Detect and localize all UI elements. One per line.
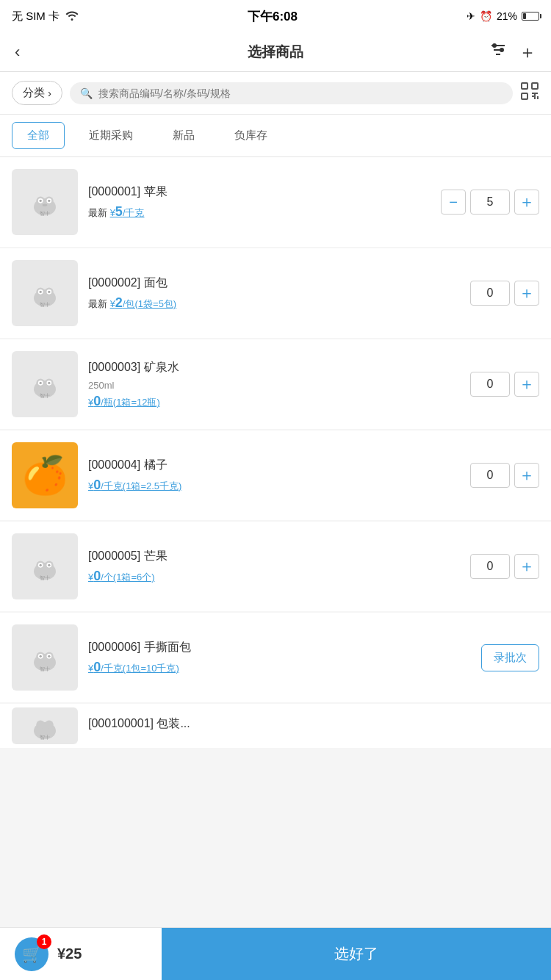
svg-point-54 <box>36 721 45 729</box>
list-item: 🍊 [0000004] 橘子 ¥0/千克(1箱=2.5千克) ＋ <box>0 430 551 520</box>
product-image-0000002: 智十 <box>12 260 78 326</box>
svg-point-51 <box>48 655 50 657</box>
quantity-input-0000005[interactable] <box>470 554 510 579</box>
increase-button-0000001[interactable]: ＋ <box>514 190 539 215</box>
quantity-input-0000004[interactable] <box>470 463 510 488</box>
product-list: 智十 [0000001] 苹果 最新 ¥5/千克 − ＋ <box>0 157 551 748</box>
search-icon: 🔍 <box>80 87 93 99</box>
product-price-0000002: 最新 ¥2/包(1袋=5包) <box>88 295 460 311</box>
status-time: 下午6:08 <box>248 8 298 25</box>
svg-point-50 <box>40 655 42 657</box>
svg-text:智十: 智十 <box>40 735 50 740</box>
svg-point-34 <box>40 382 42 384</box>
product-name-partial: [000100001] 包装... <box>88 716 539 732</box>
increase-button-0000004[interactable]: ＋ <box>514 463 539 488</box>
tab-recent[interactable]: 近期采购 <box>73 122 148 149</box>
alarm-icon: ⏰ <box>480 10 492 22</box>
quantity-input-0000003[interactable] <box>470 372 510 397</box>
list-item: 智十 [000100001] 包装... <box>0 704 551 748</box>
carrier-label: 无 SIM 卡 <box>12 10 60 24</box>
quantity-control-0000002: ＋ <box>470 281 539 306</box>
product-name-0000001: [0000001] 苹果 <box>88 184 431 200</box>
location-icon: ✈ <box>467 10 475 22</box>
product-info-0000005: [0000005] 芒果 ¥0/个(1箱=6个) <box>88 549 460 584</box>
product-image-0000001: 智十 <box>12 169 78 235</box>
page-title: 选择商品 <box>248 43 303 62</box>
list-item: 智十 [0000005] 芒果 ¥0/个(1箱=6个) ＋ <box>0 522 551 611</box>
product-image-0000004: 🍊 <box>12 442 78 508</box>
quantity-control-0000006: 录批次 <box>481 644 539 671</box>
tab-new[interactable]: 新品 <box>157 122 210 149</box>
product-image-0000006: 智十 <box>12 624 78 691</box>
status-right: ✈ ⏰ 21% <box>467 10 539 22</box>
quantity-control-0000004: ＋ <box>470 463 539 488</box>
svg-point-18 <box>48 200 50 202</box>
svg-point-26 <box>40 291 42 293</box>
tab-negative[interactable]: 负库存 <box>219 122 283 149</box>
product-image-0000005: 智十 <box>12 533 78 599</box>
product-image-partial: 智十 <box>12 707 78 744</box>
back-button[interactable]: ‹ <box>15 43 20 62</box>
quantity-control-0000001: − ＋ <box>441 190 539 215</box>
product-price-0000006: ¥0/千克(1包=10千克) <box>88 660 471 675</box>
product-info-0000003: [0000003] 矿泉水 250ml ¥0/瓶(1箱=12瓶) <box>88 360 460 409</box>
quantity-control-0000003: ＋ <box>470 372 539 397</box>
svg-rect-7 <box>522 93 527 99</box>
svg-text:智十: 智十 <box>40 393 50 398</box>
list-item: 智十 [0000003] 矿泉水 250ml ¥0/瓶(1箱=12瓶) ＋ <box>0 339 551 429</box>
decrease-button-0000001[interactable]: − <box>441 190 466 215</box>
increase-button-0000002[interactable]: ＋ <box>514 281 539 306</box>
nav-left: ‹ <box>15 43 20 62</box>
svg-point-55 <box>45 721 54 729</box>
product-info-0000002: [0000002] 面包 最新 ¥2/包(1袋=5包) <box>88 275 460 311</box>
product-info-partial: [000100001] 包装... <box>88 716 539 736</box>
svg-point-35 <box>48 382 50 384</box>
category-label: 分类 <box>23 86 45 100</box>
product-info-0000004: [0000004] 橘子 ¥0/千克(1箱=2.5千克) <box>88 458 460 493</box>
battery-icon <box>522 12 539 21</box>
wifi-icon <box>65 10 79 23</box>
product-name-0000002: [0000002] 面包 <box>88 275 460 291</box>
svg-rect-5 <box>522 83 527 89</box>
product-name-0000005: [0000005] 芒果 <box>88 549 460 564</box>
add-button[interactable]: ＋ <box>519 40 536 64</box>
nav-right: ＋ <box>489 40 536 64</box>
product-info-0000001: [0000001] 苹果 最新 ¥5/千克 <box>88 184 431 220</box>
search-box: 🔍 <box>70 82 513 104</box>
product-price-0000004: ¥0/千克(1箱=2.5千克) <box>88 478 460 493</box>
filter-icon[interactable] <box>489 41 507 62</box>
tab-bar: 全部 近期采购 新品 负库存 <box>0 115 551 157</box>
tab-all[interactable]: 全部 <box>12 122 65 149</box>
quantity-control-0000005: ＋ <box>470 554 539 579</box>
scan-icon[interactable] <box>520 82 539 104</box>
increase-button-0000003[interactable]: ＋ <box>514 372 539 397</box>
product-price-0000003: ¥0/瓶(1箱=12瓶) <box>88 394 460 409</box>
status-bar: 无 SIM 卡 下午6:08 ✈ ⏰ 21% <box>0 0 551 32</box>
list-item: 智十 [0000001] 苹果 最新 ¥5/千克 − ＋ <box>0 157 551 247</box>
svg-text:智十: 智十 <box>40 666 50 671</box>
product-name-0000003: [0000003] 矿泉水 <box>88 360 460 375</box>
chevron-right-icon: › <box>48 87 51 99</box>
filter-bar: 分类 › 🔍 <box>0 72 551 115</box>
list-item: 智十 [0000006] 手撕面包 ¥0/千克(1包=10千克) 录批次 <box>0 613 551 702</box>
svg-text:智十: 智十 <box>40 211 50 216</box>
quantity-input-0000001[interactable] <box>470 190 510 215</box>
svg-text:智十: 智十 <box>40 575 50 580</box>
product-spec-0000003: 250ml <box>88 380 460 391</box>
category-button[interactable]: 分类 › <box>12 81 62 105</box>
svg-point-42 <box>40 564 42 566</box>
search-input[interactable] <box>98 87 503 99</box>
product-name-0000004: [0000004] 橘子 <box>88 458 460 473</box>
batch-button-0000006[interactable]: 录批次 <box>481 644 539 671</box>
svg-point-43 <box>48 564 50 566</box>
svg-point-19 <box>43 204 48 206</box>
quantity-input-0000002[interactable] <box>470 281 510 306</box>
svg-point-27 <box>48 291 50 293</box>
svg-rect-6 <box>532 83 538 89</box>
product-price-0000001: 最新 ¥5/千克 <box>88 204 431 220</box>
status-left: 无 SIM 卡 <box>12 10 79 24</box>
increase-button-0000005[interactable]: ＋ <box>514 554 539 579</box>
product-info-0000006: [0000006] 手撕面包 ¥0/千克(1包=10千克) <box>88 640 471 675</box>
list-item: 智十 [0000002] 面包 最新 ¥2/包(1袋=5包) ＋ <box>0 248 551 338</box>
battery-percent: 21% <box>497 10 517 22</box>
